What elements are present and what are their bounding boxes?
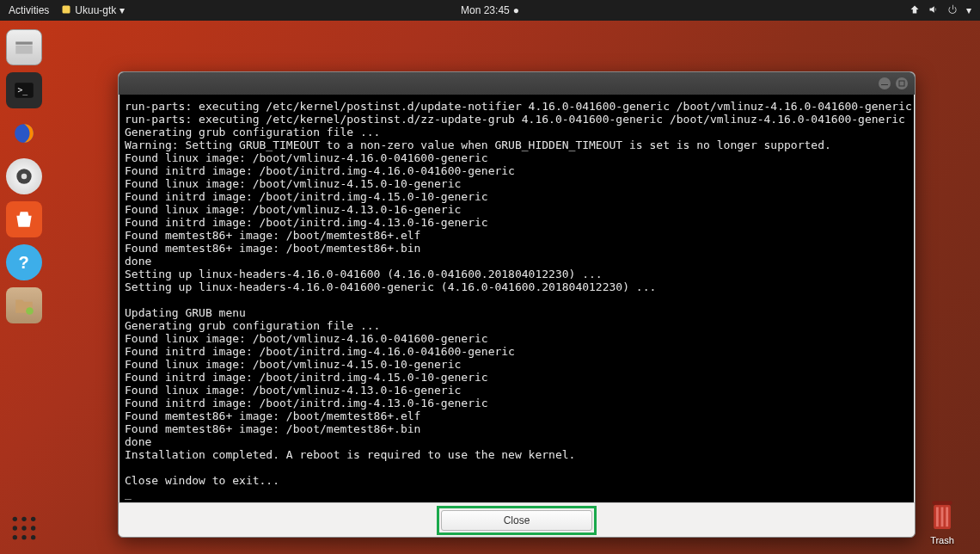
dock-item-software[interactable]	[6, 201, 42, 237]
svg-rect-24	[899, 81, 904, 86]
dock-item-terminal[interactable]: >_	[6, 72, 42, 108]
svg-point-12	[13, 526, 17, 530]
status-area[interactable]: ▾	[910, 4, 971, 17]
grid-icon	[10, 514, 38, 542]
svg-point-14	[31, 526, 35, 530]
svg-point-9	[13, 517, 17, 521]
svg-rect-21	[946, 508, 948, 527]
close-button-highlight: Close	[437, 506, 597, 535]
svg-point-10	[21, 517, 26, 521]
maximize-button[interactable]	[896, 77, 908, 89]
svg-rect-20	[941, 508, 944, 527]
svg-point-7	[21, 174, 27, 180]
svg-point-8	[26, 307, 34, 315]
clock-text: Mon 23:45	[461, 4, 510, 16]
power-icon	[947, 4, 958, 17]
terminal-output: run-parts: executing /etc/kernel/postins…	[119, 95, 914, 502]
chevron-down-icon: ▾	[966, 4, 971, 16]
svg-point-17	[31, 535, 35, 539]
dock-item-help[interactable]: ?	[6, 244, 42, 280]
close-button[interactable]: Close	[441, 510, 592, 531]
svg-rect-1	[15, 42, 33, 45]
svg-text:>_: >_	[17, 85, 28, 95]
chevron-down-icon: ▾	[119, 4, 125, 16]
dock-item-settings[interactable]	[6, 158, 42, 194]
dock-item-files[interactable]	[6, 29, 42, 65]
top-panel: Activities Ukuu-gtk ▾ Mon 23:45 ● ▾	[0, 0, 980, 21]
activities-button[interactable]: Activities	[9, 4, 49, 16]
svg-rect-23	[881, 84, 888, 85]
svg-rect-0	[63, 5, 70, 13]
dot-icon: ●	[513, 4, 519, 16]
app-menu[interactable]: Ukuu-gtk ▾	[61, 4, 125, 17]
svg-point-16	[21, 535, 26, 539]
svg-rect-19	[936, 508, 939, 527]
app-menu-label: Ukuu-gtk	[75, 4, 116, 16]
svg-rect-2	[15, 46, 33, 54]
dock-item-firefox[interactable]	[6, 115, 42, 151]
app-icon	[61, 4, 71, 17]
ukuu-install-dialog: run-parts: executing /etc/kernel/postins…	[118, 71, 916, 538]
svg-rect-22	[933, 501, 952, 504]
sound-icon	[928, 4, 939, 17]
desktop-trash[interactable]: Trash	[922, 497, 963, 545]
trash-label: Trash	[922, 535, 963, 545]
show-applications-button[interactable]	[10, 514, 38, 542]
clock[interactable]: Mon 23:45 ●	[461, 4, 519, 16]
dock: >_ ?	[0, 21, 47, 554]
trash-icon	[928, 497, 957, 532]
minimize-button[interactable]	[879, 77, 891, 89]
dialog-footer: Close	[119, 502, 915, 537]
dock-item-folder[interactable]	[6, 287, 42, 323]
svg-point-13	[21, 526, 26, 530]
network-icon	[910, 4, 920, 17]
dialog-titlebar[interactable]	[119, 72, 915, 95]
svg-point-15	[13, 535, 17, 539]
svg-point-11	[31, 517, 35, 521]
